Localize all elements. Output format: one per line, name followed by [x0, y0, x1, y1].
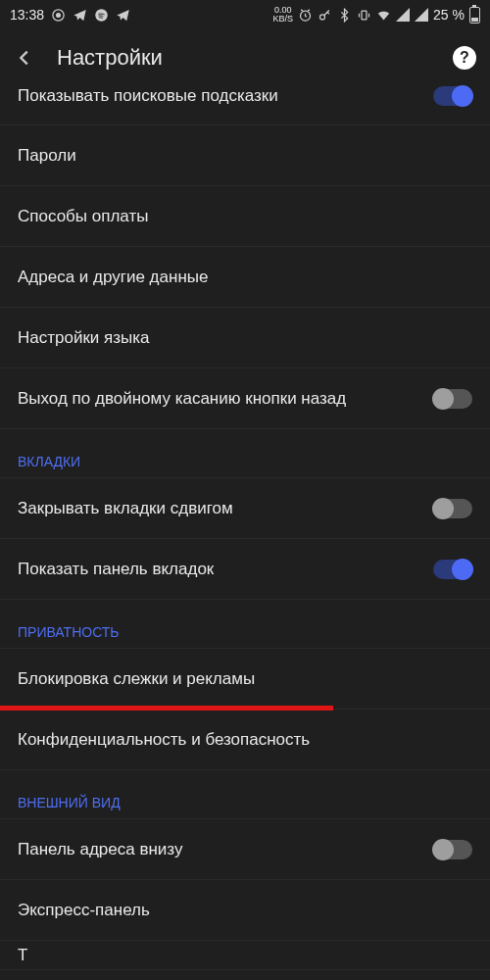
row-address-bottom[interactable]: Панель адреса внизу	[0, 819, 490, 880]
toggle-address-bottom[interactable]	[433, 840, 472, 859]
status-left: 13:38	[10, 7, 130, 23]
data-rate: 0.00 KB/S	[273, 6, 294, 24]
row-label: Показывать поисковые подсказки	[18, 86, 433, 106]
vibrate-icon	[357, 8, 371, 23]
row-payment[interactable]: Способы оплаты	[0, 186, 490, 247]
toggle-close-swipe[interactable]	[433, 499, 472, 518]
svg-point-4	[320, 14, 325, 19]
svg-rect-5	[362, 11, 367, 20]
svg-point-1	[57, 13, 61, 17]
svg-point-2	[95, 9, 108, 22]
signal-icon-2	[415, 8, 428, 22]
row-label: Адреса и другие данные	[18, 268, 472, 287]
row-label: Пароли	[18, 146, 472, 166]
key-icon	[318, 8, 332, 23]
app-header: Настройки ?	[0, 29, 490, 86]
row-label: Показать панель вкладок	[18, 560, 433, 579]
row-block-ads[interactable]: Блокировка слежки и рекламы	[0, 649, 490, 710]
section-tabs: ВКЛАДКИ	[0, 429, 490, 478]
help-button[interactable]: ?	[453, 46, 476, 70]
signal-icon-1	[396, 8, 410, 22]
row-label: Экспресс-панель	[18, 901, 472, 920]
row-label: Панель адреса внизу	[18, 840, 433, 859]
settings-list: Показывать поисковые подсказки Пароли Сп…	[0, 86, 490, 970]
row-show-tab-panel[interactable]: Показать панель вкладок	[0, 539, 490, 600]
section-privacy: ПРИВАТНОСТЬ	[0, 600, 490, 649]
row-language[interactable]: Настройки языка	[0, 308, 490, 368]
row-label: Выход по двойному касанию кнопки назад	[18, 389, 433, 409]
row-label: Блокировка слежки и рекламы	[18, 669, 472, 689]
row-search-hints[interactable]: Показывать поисковые подсказки	[0, 86, 490, 125]
status-bar: 13:38 0.00 KB/S 25 %	[0, 0, 490, 29]
status-time: 13:38	[10, 7, 44, 23]
toggle-double-tap-back[interactable]	[433, 389, 472, 409]
wifi-icon	[376, 8, 391, 23]
battery-icon	[469, 7, 480, 24]
telegram-icon	[73, 8, 87, 23]
battery-pct: 25 %	[433, 7, 465, 23]
telegram-icon-2	[116, 8, 130, 23]
row-addresses[interactable]: Адреса и другие данные	[0, 247, 490, 308]
alarm-icon	[298, 8, 313, 23]
section-appearance: ВНЕШНИЙ ВИД	[0, 770, 490, 819]
row-label: Способы оплаты	[18, 207, 472, 226]
spotify-icon	[94, 8, 109, 23]
toggle-show-tab-panel[interactable]	[433, 560, 472, 579]
row-privacy-security[interactable]: Конфиденциальность и безопасность	[0, 710, 490, 770]
row-close-swipe[interactable]: Закрывать вкладки сдвигом	[0, 478, 490, 539]
row-label: Конфиденциальность и безопасность	[18, 730, 472, 750]
status-right: 0.00 KB/S 25 %	[273, 6, 480, 24]
bluetooth-icon	[337, 8, 352, 23]
row-label: Т	[18, 946, 472, 965]
record-icon	[51, 8, 66, 23]
row-theme-partial[interactable]: Т	[0, 941, 490, 970]
back-icon[interactable]	[14, 47, 35, 69]
toggle-search-hints[interactable]	[433, 86, 472, 106]
row-double-tap-back[interactable]: Выход по двойному касанию кнопки назад	[0, 368, 490, 429]
row-label: Настройки языка	[18, 328, 472, 348]
row-label: Закрывать вкладки сдвигом	[18, 499, 433, 518]
page-title: Настройки	[57, 45, 431, 71]
row-express-panel[interactable]: Экспресс-панель	[0, 880, 490, 941]
row-passwords[interactable]: Пароли	[0, 125, 490, 186]
